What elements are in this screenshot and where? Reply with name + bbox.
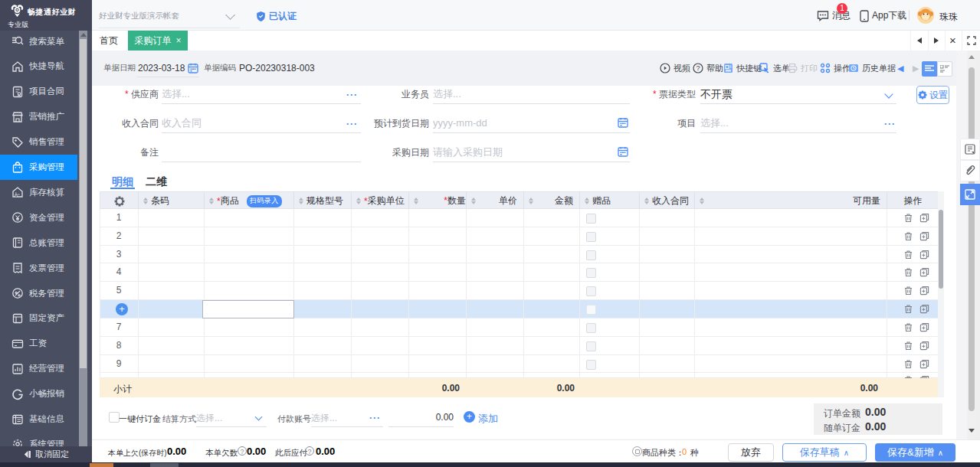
svg-text:?: ? <box>696 64 700 72</box>
